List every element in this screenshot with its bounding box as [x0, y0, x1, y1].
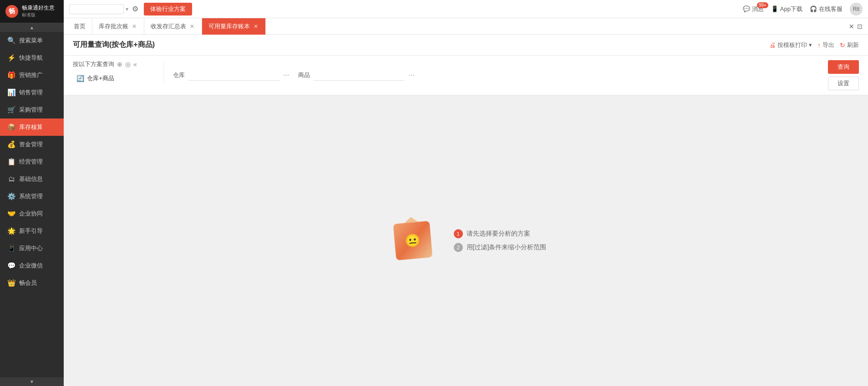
tab-available-ledger-close[interactable]: ✕ [253, 23, 259, 30]
search-input[interactable] [69, 4, 124, 14]
sidebar-scroll-up[interactable]: ▲ [0, 23, 64, 32]
hint-num-1: 1 [454, 229, 463, 238]
marketing-icon: 🎁 [7, 71, 15, 79]
warehouse-field: 仓库 ··· [173, 70, 289, 81]
sidebar-label-finance: 资金管理 [19, 140, 43, 149]
sidebar-item-marketing[interactable]: 🎁 营销推广 [0, 67, 64, 84]
sidebar-item-system[interactable]: ⚙️ 系统管理 [0, 188, 64, 205]
sidebar-item-enterprise[interactable]: 🤝 企业协同 [0, 205, 64, 222]
enterprise-icon: 🤝 [7, 210, 15, 218]
gear-icon[interactable]: ⚙ [132, 5, 138, 13]
sidebar-item-guide[interactable]: 🌟 新手引导 [0, 222, 64, 240]
empty-illustration: 😐 [386, 213, 440, 268]
sidebar-label-guide: 新手引导 [19, 227, 43, 235]
sidebar-label-system: 系统管理 [19, 192, 43, 201]
tabs-bar: 首页 库存批次账 ✕ 收发存汇总表 ✕ 可用量库存账本 ✕ ✕ ⊡ [64, 18, 868, 35]
refresh-label: 刷新 [847, 41, 859, 49]
refresh-icon: ↻ [840, 41, 845, 49]
sidebar-item-search[interactable]: 🔍 搜索菜单 [0, 32, 64, 49]
sidebar-label-search: 搜索菜单 [19, 36, 43, 45]
settings-scheme-icon[interactable]: ◎ [125, 61, 131, 68]
tab-collect-summary[interactable]: 收发存汇总表 ✕ [144, 18, 202, 35]
filter-section: 按以下方案查询 ⊕ ◎ « 🔄 仓库+商品 仓库 ··· 商品 [64, 56, 868, 95]
main-area: ▾ ⚙ 体验行业方案 💬 消息 99+ 📱 App下载 🎧 在线客服 Rit 首… [64, 0, 868, 386]
tab-home-label: 首页 [74, 22, 86, 31]
export-btn[interactable]: ↑ 导出 [817, 41, 834, 49]
print-btn[interactable]: 🖨 按模板打印 ▾ [769, 41, 812, 49]
sidebar-item-vip[interactable]: 👑 畅会员 [0, 274, 64, 292]
dropdown-arrow-icon[interactable]: ▾ [126, 6, 128, 12]
tab-batch-account[interactable]: 库存批次账 ✕ [92, 18, 144, 35]
maximize-icon[interactable]: ⊡ [857, 23, 863, 30]
sidebar-item-app-center[interactable]: 📱 应用中心 [0, 240, 64, 257]
filter-actions: 查询 设置 [828, 60, 859, 90]
app-center-icon: 📱 [7, 244, 15, 252]
goods-input[interactable] [314, 70, 405, 81]
schemes-label: 按以下方案查询 [73, 60, 114, 68]
add-scheme-icon[interactable]: ⊕ [117, 61, 122, 68]
warehouse-input[interactable] [188, 70, 279, 81]
export-label: 导出 [822, 41, 834, 49]
app-name: 畅康通好生意 [22, 5, 55, 12]
print-label: 按模板打印 [777, 41, 807, 49]
tab-window-controls: ✕ ⊡ [843, 23, 868, 30]
refresh-btn[interactable]: ↻ 刷新 [840, 41, 859, 49]
page-header: 可用量查询(按仓库+商品) 🖨 按模板打印 ▾ ↑ 导出 ↻ 刷新 [64, 35, 868, 56]
online-service-item[interactable]: 🎧 在线客服 [810, 5, 843, 13]
sidebar-scroll-down[interactable]: ▼ [0, 377, 64, 386]
scheme-refresh-icon: 🔄 [76, 75, 84, 82]
tab-collect-summary-close[interactable]: ✕ [189, 23, 195, 30]
sidebar: 畅 畅康通好生意 标准版 ▲ 🔍 搜索菜单 ⚡ 快捷导航 🎁 营销推广 📊 销售… [0, 0, 64, 386]
sidebar-item-inventory[interactable]: 📦 库存核算 [0, 118, 64, 136]
sidebar-item-basic-info[interactable]: 🗂 基础信息 [0, 170, 64, 188]
system-icon: ⚙️ [7, 192, 15, 201]
app-download-item[interactable]: 📱 App下载 [771, 5, 802, 13]
sidebar-item-operation[interactable]: 📋 经营管理 [0, 153, 64, 170]
finance-icon: 💰 [7, 140, 15, 149]
topbar-right: 💬 消息 99+ 📱 App下载 🎧 在线客服 Rit [743, 3, 863, 15]
sidebar-item-shortcut[interactable]: ⚡ 快捷导航 [0, 49, 64, 67]
settings-btn[interactable]: 设置 [828, 77, 859, 90]
sidebar-label-sales: 销售管理 [19, 88, 43, 97]
app-edition: 标准版 [22, 12, 55, 18]
export-icon: ↑ [817, 41, 821, 49]
topbar-search-area: ▾ [69, 4, 128, 14]
tab-batch-account-label: 库存批次账 [99, 22, 128, 31]
collapse-icon[interactable]: « [133, 61, 137, 68]
goods-field: 商品 ··· [298, 70, 414, 81]
sidebar-item-purchase[interactable]: 🛒 采购管理 [0, 101, 64, 118]
query-btn[interactable]: 查询 [828, 60, 859, 74]
operation-icon: 📋 [7, 158, 15, 166]
industry-btn[interactable]: 体验行业方案 [144, 3, 192, 15]
sidebar-label-vip: 畅会员 [19, 279, 37, 287]
message-item[interactable]: 💬 消息 99+ [743, 5, 764, 13]
online-service-label: 在线客服 [819, 5, 843, 13]
message-icon: 💬 [743, 5, 750, 12]
tab-home[interactable]: 首页 [67, 18, 92, 35]
purchase-icon: 🛒 [7, 106, 15, 114]
vip-icon: 👑 [7, 279, 15, 287]
avatar[interactable]: Rit [850, 3, 863, 15]
sidebar-item-sales[interactable]: 📊 销售管理 [0, 84, 64, 101]
sidebar-label-purchase: 采购管理 [19, 106, 43, 114]
warehouse-more-icon[interactable]: ··· [283, 71, 289, 79]
app-logo: 畅 [5, 5, 18, 18]
sidebar-item-finance[interactable]: 💰 资金管理 [0, 136, 64, 153]
sales-icon: 📊 [7, 88, 15, 97]
scheme-item-warehouse-goods[interactable]: 🔄 仓库+商品 [73, 72, 158, 85]
hint-item-1: 1 请先选择要分析的方案 [454, 229, 547, 238]
hint-text-2: 用[过滤]条件来缩小分析范围 [467, 243, 547, 252]
empty-state: 😐 1 请先选择要分析的方案 2 用[过滤]条件来缩小分析范围 [64, 95, 868, 386]
page-title: 可用量查询(按仓库+商品) [73, 40, 155, 50]
sidebar-label-basic-info: 基础信息 [19, 175, 43, 183]
close-window-icon[interactable]: ✕ [849, 23, 854, 30]
goods-more-icon[interactable]: ··· [408, 71, 414, 79]
app-download-icon: 📱 [771, 5, 778, 12]
sidebar-label-shortcut: 快捷导航 [19, 54, 43, 62]
guide-icon: 🌟 [7, 227, 15, 235]
tab-available-ledger[interactable]: 可用量库存账本 ✕ [202, 18, 266, 35]
sidebar-item-wechat[interactable]: 💬 企业微信 [0, 257, 64, 274]
empty-hints: 1 请先选择要分析的方案 2 用[过滤]条件来缩小分析范围 [454, 229, 547, 252]
tab-batch-account-close[interactable]: ✕ [131, 23, 137, 30]
shortcut-icon: ⚡ [7, 54, 15, 62]
